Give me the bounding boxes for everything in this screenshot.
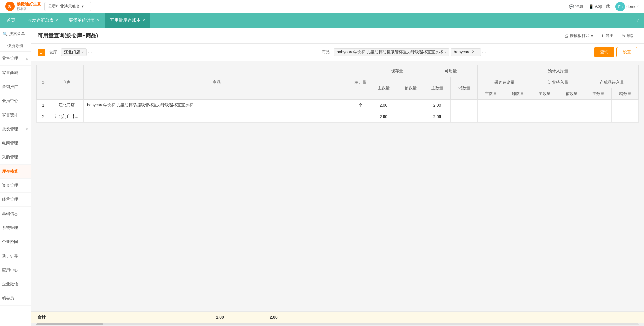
th-settings: ⚙ <box>37 65 50 100</box>
warehouse-tag-close[interactable]: × <box>82 50 84 54</box>
th-production-aux: 辅数量 <box>612 88 639 100</box>
sidebar-item-basic[interactable]: 基础信息 <box>0 207 31 221</box>
warehouse-tag-text: 江北门店 <box>64 49 80 55</box>
page-actions: 🖨 按模板打印 ▾ ⬆ 导出 ↻ 刷新 <box>561 32 637 40</box>
row2-warehouse: 江北门店【... <box>50 111 84 123</box>
content-area: 可用量查询(按仓库+商品) 🖨 按模板打印 ▾ ⬆ 导出 ↻ 刷新 » <box>31 28 644 326</box>
sidebar-item-finance[interactable]: 资金管理 <box>0 179 31 193</box>
tab-available-stock-close[interactable]: × <box>143 18 145 23</box>
summary-bar: 合计 2.00 2.00 <box>31 311 644 323</box>
sidebar-quick-nav-label: 快捷导航 <box>7 43 23 48</box>
scrollbar-track <box>36 323 639 325</box>
sidebar-item-member2[interactable]: 畅会员 <box>0 291 31 306</box>
message-btn[interactable]: 💬 消息 <box>569 4 583 9</box>
sidebar-item-operations[interactable]: 经营管理 <box>0 193 31 207</box>
sidebar-item-member2-label: 畅会员 <box>2 295 14 301</box>
sidebar-item-retail-stats[interactable]: 零售统计 <box>0 108 31 122</box>
sidebar-item-wholesale[interactable]: 批发管理 ▼ <box>0 122 31 136</box>
row2-current-main: 2.00 <box>370 111 397 123</box>
tab-order-stats-label: 要货单统计表 <box>69 17 95 24</box>
tab-order-stats-close[interactable]: × <box>97 18 99 23</box>
warehouse-tag-container: 江北门店 × ··· <box>61 48 318 56</box>
row2-purchase-main <box>478 111 504 123</box>
sidebar-item-enterprise-wechat-label: 企业微信 <box>2 281 18 287</box>
tab-bar: 首页 收发存汇总表 × 要货单统计表 × 可用量库存账本 × — ⤢ <box>0 13 644 28</box>
sidebar-item-retail[interactable]: 零售管理 ▲ <box>0 52 31 66</box>
sidebar-item-finance-label: 资金管理 <box>2 183 18 188</box>
th-purchase-transit: 采购在途量 <box>478 77 531 88</box>
th-incoming-main: 主数量 <box>531 88 558 100</box>
sidebar-item-wholesale-label: 批发管理 <box>2 126 18 132</box>
username-label: demo2 <box>626 4 639 9</box>
top-bar-right: 💬 消息 📱 App下载 Ea demo2 <box>569 2 639 11</box>
page-header: 可用量查询(按仓库+商品) 🖨 按模板打印 ▾ ⬆ 导出 ↻ 刷新 <box>31 28 644 44</box>
sidebar-item-enterprise[interactable]: 企业协同 <box>0 235 31 249</box>
warehouse-filter-dots[interactable]: ··· <box>88 50 92 55</box>
sidebar-item-purchase[interactable]: 采购管理 <box>0 150 31 165</box>
industry-selector[interactable]: 母婴行业演示账套 ▾ <box>44 2 91 11</box>
print-btn[interactable]: 🖨 按模板打印 ▾ <box>561 32 596 40</box>
chevron-down-icon: ▾ <box>82 4 84 9</box>
th-available: 可用量 <box>424 65 478 77</box>
row1-available-main: 2.00 <box>424 100 451 111</box>
sidebar-item-ecommerce[interactable]: 电商管理 <box>0 136 31 150</box>
th-current-stock: 现存量 <box>370 65 424 77</box>
logo-area: 好 畅捷通好生意 标准版 <box>5 2 41 11</box>
sidebar-item-newbie[interactable]: 新手引导 <box>0 249 31 263</box>
warehouse-filter-label: 仓库 <box>49 49 57 55</box>
summary-current-main: 2.00 <box>207 315 233 320</box>
query-btn[interactable]: 查询 <box>594 47 614 57</box>
tab-order-stats[interactable]: 要货单统计表 × <box>63 13 105 28</box>
row1-current-aux <box>397 100 424 111</box>
sidebar-item-retail-mall[interactable]: 零售商城 <box>0 66 31 80</box>
chevron-up-icon: ▲ <box>25 57 29 60</box>
sidebar-item-inventory[interactable]: 库存核算 <box>0 165 31 179</box>
sidebar-search-label: 搜索菜单 <box>9 31 25 37</box>
row1-production-main <box>585 100 612 111</box>
product-tag1-close[interactable]: × <box>444 50 446 54</box>
tab-home[interactable]: 首页 <box>0 13 22 28</box>
sidebar-item-enterprise-wechat[interactable]: 企业微信 <box>0 277 31 291</box>
main-layout: 🔍 搜索菜单 快捷导航 零售管理 ▲ 零售商城 营销推广 会员中心 零售统计 批… <box>0 28 644 326</box>
maximize-icon[interactable]: ⤢ <box>636 18 640 23</box>
sidebar-quick-nav[interactable]: 快捷导航 <box>0 40 31 52</box>
row2-production-aux <box>612 111 639 123</box>
avatar: Ea <box>615 2 625 11</box>
product-tag1: babycare学饮杯 儿童防摔防撞吸管杯重力球吸嘴杯宝宝水杯 × <box>334 48 449 56</box>
tab-receipts-label: 收发存汇总表 <box>28 17 54 24</box>
row1-available-aux <box>451 100 478 111</box>
filter-actions: 查询 设置 <box>594 47 637 57</box>
sidebar-search[interactable]: 🔍 搜索菜单 <box>0 28 31 40</box>
row1-warehouse: 江北门店 <box>50 100 84 111</box>
tab-available-stock[interactable]: 可用量库存账本 × <box>105 13 150 28</box>
tab-receipts[interactable]: 收发存汇总表 × <box>22 13 63 28</box>
export-btn[interactable]: ⬆ 导出 <box>598 32 616 40</box>
row2-available-aux <box>451 111 478 123</box>
logo-sub: 标准版 <box>17 7 41 11</box>
gear-icon[interactable]: ⚙ <box>41 80 45 85</box>
page-title: 可用量查询(按仓库+商品) <box>38 32 98 39</box>
sidebar-item-newbie-label: 新手引导 <box>2 253 18 259</box>
refresh-btn[interactable]: ↻ 刷新 <box>619 32 637 40</box>
app-download-btn[interactable]: 📱 App下载 <box>589 4 610 9</box>
minimize-icon[interactable]: — <box>629 18 633 23</box>
row2-incoming-main <box>531 111 558 123</box>
sidebar-item-member[interactable]: 会员中心 <box>0 94 31 108</box>
chevron-down-icon: ▼ <box>25 127 29 131</box>
filter-expand-btn[interactable]: » <box>38 49 45 56</box>
top-bar-left: 好 畅捷通好生意 标准版 母婴行业演示账套 ▾ <box>5 2 91 11</box>
sidebar-item-system[interactable]: 系统管理 <box>0 221 31 235</box>
scrollbar-thumb[interactable] <box>36 323 103 325</box>
sidebar-item-app-center[interactable]: 应用中心 <box>0 263 31 277</box>
row2-purchase-aux <box>504 111 531 123</box>
setting-btn[interactable]: 设置 <box>616 47 637 57</box>
export-icon: ⬆ <box>601 34 604 38</box>
scrollbar-area <box>31 323 644 326</box>
sidebar-item-marketing[interactable]: 营销推广 <box>0 80 31 94</box>
print-icon: 🖨 <box>564 34 568 38</box>
data-table: ⚙ 仓库 商品 主计量 现存量 可用量 预计入库量 主数量 辅数量 主数量 辅数… <box>36 65 639 123</box>
tab-receipts-close[interactable]: × <box>56 18 58 23</box>
user-profile[interactable]: Ea demo2 <box>615 2 639 11</box>
filter-bar: » 仓库 江北门店 × ··· 商品 babycare学饮杯 儿童防摔防撞吸管杯… <box>31 44 644 61</box>
product-filter-dots[interactable]: ··· <box>482 50 486 55</box>
